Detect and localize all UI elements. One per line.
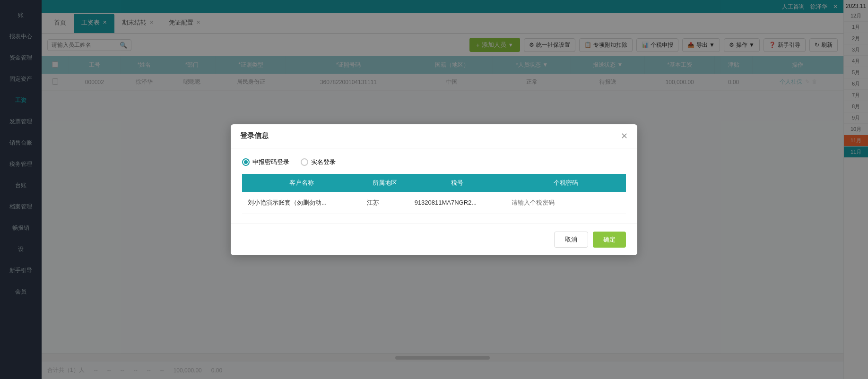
radio-shiming[interactable]: 实名登录 <box>301 158 336 166</box>
password-input[interactable] <box>512 199 620 206</box>
modal-col-taxnum: 税号 <box>409 174 506 192</box>
modal-col-password: 个税密码 <box>506 174 626 192</box>
modal-table: 客户名称 所属地区 税号 个税密码 刘小艳演示账套（勿删勿动... 江苏 913… <box>242 174 626 214</box>
radio-shenbaomima[interactable]: 申报密码登录 <box>242 158 289 166</box>
modal-table-row: 刘小艳演示账套（勿删勿动... 江苏 91320811MA7NGR2... <box>242 192 626 214</box>
radio-group: 申报密码登录 实名登录 <box>242 158 626 166</box>
modal-taxnum: 91320811MA7NGR2... <box>409 192 506 214</box>
radio-shenbaomima-circle <box>242 158 250 166</box>
modal-region: 江苏 <box>361 192 408 214</box>
modal-col-client: 客户名称 <box>242 174 361 192</box>
modal-client-name: 刘小艳演示账套（勿删勿动... <box>242 192 361 214</box>
modal-password-field[interactable] <box>506 192 626 214</box>
radio-shiming-label: 实名登录 <box>311 158 336 166</box>
modal-col-region: 所属地区 <box>361 174 408 192</box>
radio-shenbaomima-label: 申报密码登录 <box>252 158 289 166</box>
modal: 登录信息 ✕ 申报密码登录 实名登录 客户名称 所属地区 <box>231 124 637 255</box>
modal-overlay: 登录信息 ✕ 申报密码登录 实名登录 客户名称 所属地区 <box>0 0 868 379</box>
modal-close-icon[interactable]: ✕ <box>621 131 628 141</box>
cancel-button[interactable]: 取消 <box>554 232 588 248</box>
modal-title: 登录信息 <box>240 131 269 140</box>
modal-header: 登录信息 ✕ <box>231 124 637 148</box>
modal-footer: 取消 确定 <box>231 224 637 255</box>
radio-shiming-circle <box>301 158 308 166</box>
confirm-button[interactable]: 确定 <box>593 232 626 248</box>
modal-body: 申报密码登录 实名登录 客户名称 所属地区 税号 个税密码 <box>231 148 637 224</box>
